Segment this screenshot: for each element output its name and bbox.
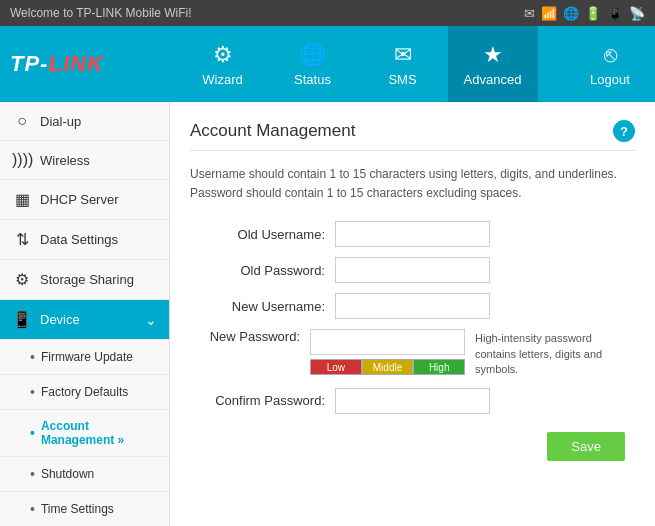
tab-advanced[interactable]: ★ Advanced [448, 26, 538, 102]
device-icon: 📱 [12, 310, 32, 329]
info-text: Username should contain 1 to 15 characte… [190, 165, 635, 203]
old-password-row: Old Password: [190, 257, 635, 283]
strength-middle: Middle [362, 359, 414, 375]
new-password-col: Low Middle High [310, 329, 465, 375]
sidebar-sub-item-firmware[interactable]: Firmware Update [0, 340, 169, 375]
tab-wizard-label: Wizard [202, 72, 242, 87]
sidebar-sub-item-time[interactable]: Time Settings [0, 492, 169, 526]
data-settings-icon: ⇅ [12, 230, 32, 249]
new-username-row: New Username: [190, 293, 635, 319]
old-username-label: Old Username: [190, 227, 335, 242]
top-bar: Welcome to TP-LINK Mobile WiFi! ✉ 📶 🌐 🔋 … [0, 0, 655, 26]
strength-low: Low [310, 359, 362, 375]
sidebar-item-wireless[interactable]: )))) Wireless [0, 141, 169, 180]
sidebar-sub-item-account[interactable]: Account Management » [0, 410, 169, 457]
info-line2: Password should contain 1 to 15 characte… [190, 184, 635, 203]
sidebar-item-dialup[interactable]: ○ Dial-up [0, 102, 169, 141]
sidebar: ○ Dial-up )))) Wireless ▦ DHCP Server ⇅ … [0, 102, 170, 526]
sms-icon: ✉ [394, 42, 412, 68]
old-password-input[interactable] [335, 257, 490, 283]
info-line1: Username should contain 1 to 15 characte… [190, 165, 635, 184]
sidebar-data-settings-label: Data Settings [40, 232, 118, 247]
sidebar-storage-sharing-label: Storage Sharing [40, 272, 134, 287]
dhcp-icon: ▦ [12, 190, 32, 209]
sidebar-item-dhcp[interactable]: ▦ DHCP Server [0, 180, 169, 220]
nav-tabs: ⚙ Wizard 🌐 Status ✉ SMS ★ Advanced [140, 26, 575, 102]
header: TP-LINK ⚙ Wizard 🌐 Status ✉ SMS ★ Advanc… [0, 26, 655, 102]
sidebar-sub-item-shutdown[interactable]: Shutdown [0, 457, 169, 492]
sidebar-dhcp-label: DHCP Server [40, 192, 119, 207]
password-hint: High-intensity password contains letters… [475, 329, 635, 377]
confirm-password-row: Confirm Password: [190, 388, 635, 414]
dialup-icon: ○ [12, 112, 32, 130]
old-password-label: Old Password: [190, 263, 335, 278]
page-title: Account Management [190, 121, 355, 141]
status-icon: 🌐 [299, 42, 326, 68]
sidebar-firmware-label: Firmware Update [41, 350, 133, 364]
tab-status[interactable]: 🌐 Status [268, 26, 358, 102]
confirm-password-label: Confirm Password: [190, 393, 335, 408]
new-username-input[interactable] [335, 293, 490, 319]
sidebar-wireless-label: Wireless [40, 153, 90, 168]
globe-status-icon: 🌐 [563, 6, 579, 21]
sidebar-item-storage-sharing[interactable]: ⚙ Storage Sharing [0, 260, 169, 300]
new-password-input[interactable] [310, 329, 465, 355]
sidebar-account-label: Account Management » [41, 419, 157, 447]
top-bar-icons: ✉ 📶 🌐 🔋 📱 📡 [524, 6, 645, 21]
tab-sms-label: SMS [388, 72, 416, 87]
tab-wizard[interactable]: ⚙ Wizard [178, 26, 268, 102]
save-button[interactable]: Save [547, 432, 625, 461]
wireless-icon: )))) [12, 151, 32, 169]
sidebar-item-data-settings[interactable]: ⇅ Data Settings [0, 220, 169, 260]
tab-sms[interactable]: ✉ SMS [358, 26, 448, 102]
password-strength-bar: Low Middle High [310, 359, 465, 375]
new-password-row: New Password: Low Middle High High-inten… [190, 329, 635, 377]
email-status-icon: ✉ [524, 6, 535, 21]
sidebar-shutdown-label: Shutdown [41, 467, 94, 481]
content-header: Account Management ? [190, 120, 635, 151]
storage-sharing-icon: ⚙ [12, 270, 32, 289]
battery-status-icon: 🔋 [585, 6, 601, 21]
logout-label: Logout [590, 72, 630, 87]
old-username-row: Old Username: [190, 221, 635, 247]
sidebar-dialup-label: Dial-up [40, 114, 81, 129]
signal-status-icon: 📶 [541, 6, 557, 21]
content-area: Account Management ? Username should con… [170, 102, 655, 526]
chevron-down-icon: ⌄ [145, 312, 157, 328]
sim-status-icon: 📱 [607, 6, 623, 21]
sidebar-time-label: Time Settings [41, 502, 114, 516]
top-bar-title: Welcome to TP-LINK Mobile WiFi! [10, 6, 192, 20]
new-username-label: New Username: [190, 299, 335, 314]
sidebar-factory-label: Factory Defaults [41, 385, 128, 399]
new-password-label: New Password: [190, 329, 310, 344]
sidebar-item-device[interactable]: 📱 Device ⌄ [0, 300, 169, 340]
strength-high: High [413, 359, 465, 375]
advanced-icon: ★ [483, 42, 503, 68]
confirm-password-input[interactable] [335, 388, 490, 414]
wifi-status-icon: 📡 [629, 6, 645, 21]
help-button[interactable]: ? [613, 120, 635, 142]
logo: TP-LINK [10, 51, 140, 77]
save-row: Save [190, 432, 635, 461]
tab-status-label: Status [294, 72, 331, 87]
main-layout: ○ Dial-up )))) Wireless ▦ DHCP Server ⇅ … [0, 102, 655, 526]
tab-advanced-label: Advanced [464, 72, 522, 87]
logout-button[interactable]: ⎋ Logout [575, 26, 645, 102]
wizard-icon: ⚙ [213, 42, 233, 68]
old-username-input[interactable] [335, 221, 490, 247]
sidebar-sub-item-factory[interactable]: Factory Defaults [0, 375, 169, 410]
sidebar-device-label: Device [40, 312, 80, 327]
logout-icon: ⎋ [604, 42, 617, 68]
